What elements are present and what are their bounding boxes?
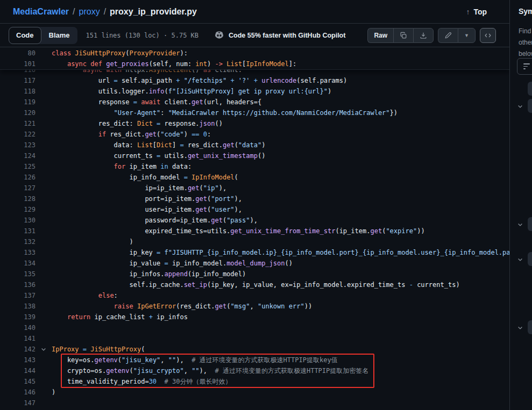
line-number[interactable]: 117 <box>0 75 36 86</box>
line-number[interactable]: 145 <box>0 376 36 387</box>
chevron-down-icon: ▼ <box>464 33 469 38</box>
symbols-panel-toggle[interactable] <box>480 28 496 43</box>
line-number[interactable]: 131 <box>0 226 36 236</box>
fold-gutter <box>36 59 52 69</box>
line-number[interactable]: 132 <box>0 236 36 247</box>
line-number[interactable]: 140 <box>0 322 36 333</box>
line-number[interactable]: 147 <box>0 398 36 408</box>
breadcrumb-repo-link[interactable]: MediaCrawler <box>13 7 69 17</box>
code-line: 133 ip_key = f"JISUHTTP_{ip_info_model.i… <box>0 247 509 258</box>
fold-gutter <box>36 97 52 107</box>
line-number[interactable]: 143 <box>0 355 36 365</box>
download-button[interactable] <box>413 28 434 43</box>
code-text: ip_infos.append(ip_info_model) <box>52 269 509 279</box>
code-line: 145 time_validity_period=30 # 30分钟（最长时效） <box>0 376 509 387</box>
breadcrumb-folder-link[interactable]: proxy <box>79 7 100 17</box>
line-number[interactable]: 129 <box>0 204 36 215</box>
line-number[interactable]: 142 <box>0 344 36 355</box>
fold-gutter <box>36 398 52 408</box>
fold-gutter <box>36 118 52 129</box>
symbol-item[interactable] <box>528 252 532 266</box>
tab-blame[interactable]: Blame <box>41 27 77 44</box>
code-text: current_ts = utils.get_unix_timestamp() <box>52 150 509 161</box>
fold-gutter <box>36 312 52 322</box>
code-line: 122 if res_dict.get("code") == 0: <box>0 129 509 140</box>
symbol-item[interactable] <box>528 217 532 231</box>
line-number[interactable]: 135 <box>0 269 36 279</box>
fold-gutter <box>36 376 52 387</box>
line-number[interactable]: 101 <box>0 59 36 69</box>
chevron-down-icon[interactable] <box>516 221 524 228</box>
symbols-panel-title: Symbols <box>519 7 532 16</box>
download-icon <box>420 32 427 39</box>
back-to-top-label: Top <box>473 8 487 16</box>
line-number[interactable]: 124 <box>0 150 36 161</box>
fold-gutter <box>36 172 52 183</box>
copy-button[interactable] <box>393 28 413 43</box>
fold-gutter <box>36 333 52 344</box>
chevron-down-icon[interactable] <box>516 103 524 110</box>
fold-toggle-icon[interactable] <box>36 344 52 355</box>
line-number[interactable]: 144 <box>0 365 36 376</box>
code-text: response = await client.get(url, headers… <box>52 97 509 107</box>
fold-gutter <box>36 204 52 215</box>
symbol-item[interactable] <box>528 82 532 96</box>
code-text: ) <box>52 387 509 398</box>
line-number[interactable]: 146 <box>0 387 36 398</box>
line-number[interactable]: 139 <box>0 312 36 322</box>
line-number[interactable]: 137 <box>0 290 36 301</box>
breadcrumb-separator: / <box>104 7 106 17</box>
code-line: 123 data: List[Dict] = res_dict.get("dat… <box>0 140 509 150</box>
code-text <box>52 398 509 408</box>
line-number[interactable]: 134 <box>0 258 36 269</box>
line-number[interactable]: 80 <box>0 48 36 59</box>
line-number[interactable]: 133 <box>0 247 36 258</box>
code-line: 137 else: <box>0 290 509 301</box>
file-toolbar: Code Blame 151 lines (130 loc) · 5.75 KB… <box>0 23 509 47</box>
filter-symbols-input[interactable] <box>517 58 532 75</box>
line-number[interactable]: 127 <box>0 183 36 193</box>
symbol-item[interactable] <box>528 99 532 113</box>
line-number[interactable]: 136 <box>0 279 36 290</box>
fold-gutter <box>36 236 52 247</box>
line-number[interactable]: 120 <box>0 107 36 118</box>
fold-gutter <box>36 75 52 86</box>
fold-gutter <box>36 301 52 312</box>
breadcrumb-separator: / <box>73 7 75 17</box>
edit-button[interactable] <box>438 28 458 43</box>
symbol-item[interactable] <box>528 320 532 334</box>
back-to-top-link[interactable]: ↑ Top <box>466 8 487 16</box>
line-number[interactable]: 121 <box>0 118 36 129</box>
line-number[interactable]: 138 <box>0 301 36 312</box>
fold-gutter <box>36 48 52 59</box>
code-text: ) <box>52 236 509 247</box>
edit-dropdown-button[interactable]: ▼ <box>458 28 476 43</box>
line-number[interactable]: 130 <box>0 215 36 226</box>
code-line: 121 res_dict: Dict = response.json() <box>0 118 509 129</box>
raw-button[interactable]: Raw <box>367 28 393 43</box>
code-line: 101 async def get_proxies(self, num: int… <box>0 59 509 69</box>
chevron-down-icon[interactable] <box>516 324 524 332</box>
code-line: 146) <box>0 387 509 398</box>
code-symbols-icon <box>484 32 492 39</box>
code-text: crypto=os.getenv("jisu_crypto", ""), # 通… <box>52 365 509 376</box>
line-number[interactable]: 123 <box>0 140 36 150</box>
line-number[interactable]: 118 <box>0 86 36 97</box>
code-line: 126 ip_info_model = IpInfoModel( <box>0 172 509 183</box>
line-number[interactable]: 141 <box>0 333 36 344</box>
line-number[interactable]: 125 <box>0 161 36 172</box>
file-meta: 151 lines (130 loc) · 5.75 KB <box>86 32 199 39</box>
code-text: ip_key = f"JISUHTTP_{ip_info_model.ip}_{… <box>52 247 509 258</box>
code-lines: 116 async with httpx.AsyncClient() as cl… <box>0 64 509 408</box>
chevron-down-icon[interactable] <box>516 256 524 263</box>
line-number[interactable]: 128 <box>0 193 36 204</box>
code-text: user=ip_item.get("user"), <box>52 204 509 215</box>
line-number[interactable]: 119 <box>0 97 36 107</box>
tab-code[interactable]: Code <box>9 27 41 44</box>
line-number[interactable]: 126 <box>0 172 36 183</box>
fold-gutter <box>36 355 52 365</box>
fold-gutter <box>36 365 52 376</box>
code-line: 135 ip_infos.append(ip_info_model) <box>0 269 509 279</box>
fold-gutter <box>36 107 52 118</box>
line-number[interactable]: 122 <box>0 129 36 140</box>
